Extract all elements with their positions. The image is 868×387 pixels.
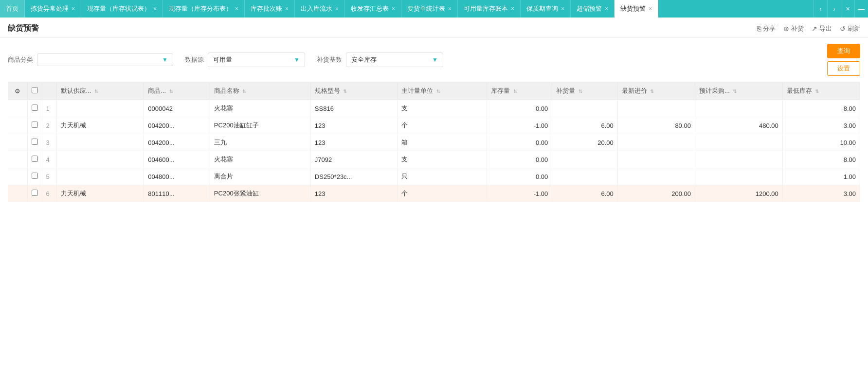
column-min-stock[interactable]: 最低库存 ⇅: [782, 82, 860, 100]
column-checkbox[interactable]: [27, 82, 42, 100]
row-estimated-purchase: [695, 134, 782, 151]
gear-icon: ⚙: [15, 88, 20, 95]
column-item-code[interactable]: 商品... ⇅: [144, 82, 210, 100]
row-estimated-purchase: 1200.00: [695, 185, 782, 202]
sort-icon-name: ⇅: [242, 88, 246, 94]
tab-close-all-button[interactable]: ×: [841, 0, 854, 18]
row-checkbox[interactable]: [32, 105, 38, 111]
tab-in-out-flow-close[interactable]: ×: [335, 5, 339, 12]
replenish-button[interactable]: ⊕ 补货: [783, 24, 804, 33]
export-button[interactable]: ↗ 导出: [812, 24, 832, 33]
filter-category-select[interactable]: ▼: [37, 53, 173, 66]
column-replenish-qty[interactable]: 补货量 ⇅: [552, 82, 617, 100]
refresh-button[interactable]: ↺ 刷新: [840, 24, 860, 33]
share-button[interactable]: ⎘ 分享: [757, 24, 776, 33]
column-unit[interactable]: 主计量单位 ⇅: [398, 82, 487, 100]
header-actions: ⎘ 分享 ⊕ 补货 ↗ 导出 ↺ 刷新: [757, 24, 860, 33]
row-gear-cell: [8, 151, 27, 168]
tab-home[interactable]: 首页: [0, 0, 25, 18]
row-checkbox[interactable]: [32, 139, 38, 145]
row-checkbox[interactable]: [32, 173, 38, 179]
tab-order-stats-close[interactable]: ×: [448, 5, 452, 12]
filter-datasource-select[interactable]: 可用量 ▼: [208, 53, 305, 67]
row-stock: 0.00: [487, 168, 552, 185]
tab-receive-summary[interactable]: 收发存汇总表 ×: [345, 0, 401, 18]
row-estimated-purchase: 480.00: [695, 117, 782, 134]
row-spec: J7092: [310, 151, 397, 168]
tab-minimize-button[interactable]: —: [854, 0, 868, 18]
query-button[interactable]: 查询: [827, 44, 860, 58]
column-estimated-purchase[interactable]: 预计采购... ⇅: [695, 82, 782, 100]
table-row: 5 004800... 离合片 DS250*23c... 只 0.00 1.00: [8, 168, 860, 185]
row-item-code: 004800...: [144, 168, 210, 185]
row-checkbox-cell[interactable]: [27, 185, 42, 202]
tab-exception-close[interactable]: ×: [72, 5, 75, 12]
filter-replenish-base-select[interactable]: 安全库存 ▼: [346, 53, 443, 67]
row-checkbox-cell[interactable]: [27, 134, 42, 151]
tab-prev-button[interactable]: ‹: [814, 0, 827, 18]
row-gear-cell: [8, 134, 27, 151]
replenish-label: 补货: [791, 24, 804, 33]
row-item-code: 004200...: [144, 117, 210, 134]
page-header: 缺货预警 ⎘ 分享 ⊕ 补货 ↗ 导出 ↺ 刷新: [0, 18, 868, 38]
tab-available-ledger-close[interactable]: ×: [511, 5, 514, 12]
row-estimated-purchase: [695, 100, 782, 117]
row-supplier: [56, 100, 144, 117]
column-latest-price[interactable]: 最新进价 ⇅: [617, 82, 695, 100]
tab-receive-summary-close[interactable]: ×: [392, 5, 395, 12]
tab-in-out-flow[interactable]: 出入库流水 ×: [295, 0, 345, 18]
tab-order-stats[interactable]: 要货单统计表 ×: [401, 0, 458, 18]
tab-available-ledger[interactable]: 可用量库存账本 ×: [458, 0, 521, 18]
row-latest-price: [617, 151, 695, 168]
column-spec[interactable]: 规格型号 ⇅: [310, 82, 397, 100]
tab-batch-account[interactable]: 库存批次账 ×: [245, 0, 295, 18]
row-stock: 0.00: [487, 151, 552, 168]
sort-icon-estimated: ⇅: [733, 88, 737, 94]
row-spec: 123: [310, 185, 397, 202]
select-all-checkbox[interactable]: [32, 87, 38, 93]
row-replenish-qty: [552, 168, 617, 185]
tab-shortage-close[interactable]: ×: [649, 5, 652, 12]
column-default-supplier[interactable]: 默认供应... ⇅: [56, 82, 144, 100]
tab-expiry-query-close[interactable]: ×: [561, 5, 564, 12]
row-supplier: [56, 134, 144, 151]
tab-batch-account-close[interactable]: ×: [285, 5, 289, 12]
settings-button[interactable]: 设置: [827, 61, 860, 76]
table-row: 4 004600... 火花塞 J7092 支 0.00 8.00: [8, 151, 860, 168]
share-label: 分享: [763, 24, 776, 33]
tab-expiry-query[interactable]: 保质期查询 ×: [521, 0, 571, 18]
tab-overstock-close[interactable]: ×: [605, 5, 608, 12]
row-number: 3: [42, 134, 56, 151]
row-unit: 个: [398, 117, 487, 134]
tab-overstock[interactable]: 超储预警 ×: [571, 0, 615, 18]
row-item-code: 004600...: [144, 151, 210, 168]
tab-next-button[interactable]: ›: [827, 0, 841, 18]
row-checkbox-cell[interactable]: [27, 168, 42, 185]
sort-icon-min-stock: ⇅: [815, 88, 819, 94]
column-stock[interactable]: 库存量 ⇅: [487, 82, 552, 100]
row-number: 6: [42, 185, 56, 202]
tab-exception[interactable]: 拣货异常处理 ×: [25, 0, 81, 18]
sort-icon-replenish: ⇅: [579, 88, 582, 94]
column-gear[interactable]: ⚙: [8, 82, 27, 100]
row-checkbox[interactable]: [32, 156, 38, 162]
tab-shortage[interactable]: 缺货预警 ×: [615, 0, 658, 18]
row-min-stock: 8.00: [782, 151, 860, 168]
sort-icon-stock: ⇅: [513, 88, 517, 94]
tab-inventory-dist-close[interactable]: ×: [235, 5, 238, 12]
column-item-name[interactable]: 商品名称 ⇅: [210, 82, 310, 100]
tab-inventory-dist[interactable]: 现存量（库存分布表） ×: [163, 0, 245, 18]
tab-inventory-status[interactable]: 现存量（库存状况表） ×: [81, 0, 163, 18]
tab-inventory-status-close[interactable]: ×: [153, 5, 157, 12]
row-checkbox[interactable]: [32, 122, 38, 128]
row-number: 5: [42, 168, 56, 185]
row-checkbox-cell[interactable]: [27, 100, 42, 117]
chevron-down-icon: ▼: [162, 56, 168, 63]
row-checkbox[interactable]: [32, 190, 38, 196]
row-supplier: [56, 151, 144, 168]
row-checkbox-cell[interactable]: [27, 117, 42, 134]
table-header-row: ⚙ 默认供应... ⇅ 商品... ⇅ 商品名称: [8, 82, 860, 100]
row-estimated-purchase: [695, 151, 782, 168]
filter-datasource-label: 数据源: [185, 55, 204, 64]
row-checkbox-cell[interactable]: [27, 151, 42, 168]
